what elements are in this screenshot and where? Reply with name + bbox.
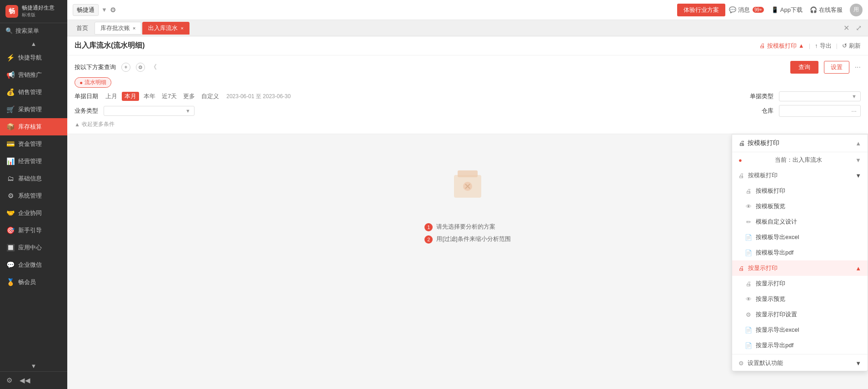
default-settings-section-icon: ⚙ bbox=[738, 360, 744, 367]
marketing-icon: 📢 bbox=[6, 71, 15, 79]
display-section-arrow: ▲ bbox=[855, 265, 861, 272]
tab-bar-expand-icon[interactable]: ⤢ bbox=[853, 24, 864, 32]
default-settings-section-label: 设置默认功能 bbox=[748, 359, 783, 367]
sidebar-item-system[interactable]: ⚙ 系统管理 bbox=[0, 187, 67, 204]
sidebar-item-wecom[interactable]: 💬 企业微信 bbox=[0, 256, 67, 274]
sidebar: 畅 畅捷通好生意 标准版 🔍 搜索菜单 ▲ ⚡ 快捷导航 📢 营销推广 💰 销售… bbox=[0, 0, 67, 389]
tab-batch-account[interactable]: 库存批次账 × bbox=[95, 22, 141, 35]
sidebar-item-base[interactable]: 🗂 基础信息 bbox=[0, 170, 67, 187]
app-download-btn[interactable]: 📱 App下载 bbox=[771, 6, 803, 14]
template-print-item-label: 按模板打印 bbox=[756, 187, 785, 195]
dropdown-panel: 🖨 按模板打印 ▲ ● 当前：出入库流水 ▼ 🖨 按模板打印 bbox=[732, 134, 868, 371]
display-settings-label: 按显示打印设置 bbox=[756, 310, 797, 319]
sidebar-item-finance[interactable]: 💳 资金管理 bbox=[0, 135, 67, 153]
export-label: 导出 bbox=[820, 42, 832, 50]
page-actions: 🖨 按模板打印 ▲ | ↑ 导出 | ↺ 刷新 bbox=[759, 42, 861, 55]
sidebar-item-app-center[interactable]: 🔲 应用中心 bbox=[0, 239, 67, 256]
avatar[interactable]: 用 bbox=[850, 4, 863, 16]
trial-button[interactable]: 体验行业方案 bbox=[677, 4, 725, 16]
username-dropdown-arrow[interactable]: ▼ bbox=[101, 6, 107, 13]
scroll-up-btn[interactable]: ▲ bbox=[0, 39, 67, 49]
filter-collapse-btn[interactable]: 《 bbox=[150, 63, 157, 71]
print-icon: 🖨 bbox=[759, 42, 765, 49]
default-settings-section-header[interactable]: ⚙ 设置默认功能 ▼ bbox=[732, 355, 868, 371]
dropdown-title-text: 按模板打印 bbox=[748, 139, 779, 147]
sidebar-item-guide[interactable]: 🎯 新手引导 bbox=[0, 222, 67, 239]
print-template-btn[interactable]: 🖨 按模板打印 ▲ bbox=[759, 42, 804, 50]
tab-flow-close[interactable]: × bbox=[180, 25, 183, 31]
date-shortcut-7days[interactable]: 近7天 bbox=[160, 92, 179, 101]
sidebar-item-collab[interactable]: 🤝 企业协同 bbox=[0, 204, 67, 222]
sidebar-item-operation[interactable]: 📊 经营管理 bbox=[0, 153, 67, 170]
sidebar-search[interactable]: 🔍 搜索菜单 bbox=[0, 23, 67, 39]
display-preview-item[interactable]: 👁 按显示预览 bbox=[732, 291, 868, 307]
sidebar-item-marketing[interactable]: 📢 营销推广 bbox=[0, 66, 67, 84]
date-shortcut-this-year[interactable]: 本年 bbox=[142, 92, 157, 101]
collapse-more-btn[interactable]: ▲ 收起更多条件 bbox=[75, 120, 861, 128]
tab-bar: 首页 库存批次账 × 出入库流水 × ✕ ⤢ bbox=[67, 20, 868, 36]
warehouse-field[interactable]: ··· bbox=[779, 105, 861, 117]
display-print-section-icon: 🖨 bbox=[738, 265, 744, 272]
export-btn[interactable]: ↑ 导出 bbox=[815, 42, 832, 50]
settings-button[interactable]: 设置 bbox=[824, 61, 849, 74]
filter-settings-btn[interactable]: ⚙ bbox=[136, 63, 145, 72]
display-print-section-header[interactable]: 🖨 按显示打印 ▲ bbox=[732, 260, 868, 276]
template-design-item[interactable]: ✏ 模板自定义设计 bbox=[732, 214, 868, 229]
main-area: 畅捷通 ▼ ⚙ 体验行业方案 💬 消息 99+ 📱 App下载 🎧 在线客服 用 bbox=[67, 0, 868, 389]
customer-service-label: 在线客服 bbox=[819, 6, 843, 14]
sidebar-item-member[interactable]: 🏅 畅会员 bbox=[0, 274, 67, 291]
settings-gear-icon[interactable]: ⚙ bbox=[110, 6, 116, 14]
sidebar-item-label: 快捷导航 bbox=[18, 54, 42, 62]
template-preview-item[interactable]: 👁 按模板预览 bbox=[732, 199, 868, 214]
message-label: 消息 bbox=[738, 6, 750, 14]
refresh-btn[interactable]: ↺ 刷新 bbox=[842, 42, 861, 50]
default-settings-arrow: ▼ bbox=[855, 360, 861, 367]
template-design-label: 模板自定义设计 bbox=[756, 218, 797, 226]
customer-service-btn[interactable]: 🎧 在线客服 bbox=[810, 6, 843, 14]
message-btn[interactable]: 💬 消息 99+ bbox=[729, 6, 764, 14]
template-print-item-icon: 🖨 bbox=[745, 188, 752, 194]
scroll-down-btn[interactable]: ▼ bbox=[0, 361, 67, 371]
dropdown-current-arrow[interactable]: ▼ bbox=[855, 157, 861, 164]
date-shortcut-more[interactable]: 更多 bbox=[181, 92, 197, 101]
tab-flow[interactable]: 出入库流水 × bbox=[142, 22, 189, 35]
member-icon: 🏅 bbox=[6, 278, 15, 286]
active-filter-tag[interactable]: ● 流水明细 bbox=[75, 77, 111, 88]
sidebar-item-label: 经营管理 bbox=[18, 157, 42, 165]
business-type-arrow: ▼ bbox=[185, 108, 190, 114]
sidebar-item-inventory[interactable]: 📦 库存核算 bbox=[0, 118, 67, 135]
page-title: 出入库流水(流水明细) bbox=[75, 41, 145, 55]
page-content: 出入库流水(流水明细) 🖨 按模板打印 ▲ | ↑ 导出 | ↺ 刷新 bbox=[67, 36, 868, 389]
date-shortcut-custom[interactable]: 自定义 bbox=[200, 92, 221, 101]
business-type-field[interactable]: ▼ bbox=[104, 106, 195, 116]
date-shortcut-this-month[interactable]: 本月 bbox=[122, 92, 139, 101]
more-options-icon[interactable]: ··· bbox=[855, 63, 861, 71]
tab-home[interactable]: 首页 bbox=[71, 22, 94, 35]
sidebar-item-quick-nav[interactable]: ⚡ 快捷导航 bbox=[0, 49, 67, 66]
collapse-sidebar-icon[interactable]: ◀◀ bbox=[20, 376, 30, 384]
filter-add-btn[interactable]: + bbox=[121, 63, 130, 72]
template-design-icon: ✏ bbox=[745, 219, 752, 225]
operation-icon: 📊 bbox=[6, 157, 15, 165]
display-export-pdf-item[interactable]: 📄 按显示导出pdf bbox=[732, 338, 868, 353]
dropdown-collapse-btn[interactable]: ▲ bbox=[855, 140, 861, 147]
finance-icon: 💳 bbox=[6, 140, 15, 148]
query-button[interactable]: 查询 bbox=[790, 61, 818, 74]
template-export-pdf-item[interactable]: 📄 按模板导出pdf bbox=[732, 245, 868, 260]
tab-batch-close[interactable]: × bbox=[133, 25, 135, 31]
voucher-type-field[interactable]: ▼ bbox=[779, 91, 861, 101]
dropdown-current-icon: ● bbox=[738, 157, 742, 164]
template-export-excel-item[interactable]: 📄 按模板导出excel bbox=[732, 229, 868, 245]
date-shortcut-last-month[interactable]: 上月 bbox=[104, 92, 119, 101]
display-print-item[interactable]: 🖨 按显示打印 bbox=[732, 276, 868, 291]
template-print-section-header[interactable]: 🖨 按模板打印 ▼ bbox=[732, 168, 868, 183]
warehouse-dots[interactable]: ··· bbox=[851, 107, 857, 115]
settings-bottom-icon[interactable]: ⚙ bbox=[6, 376, 12, 384]
display-print-settings-item[interactable]: ⚙ 按显示打印设置 bbox=[732, 307, 868, 322]
template-print-item[interactable]: 🖨 按模板打印 bbox=[732, 183, 868, 199]
sidebar-item-sales[interactable]: 💰 销售管理 bbox=[0, 84, 67, 101]
sidebar-item-purchase[interactable]: 🛒 采购管理 bbox=[0, 101, 67, 118]
tab-bar-close-icon[interactable]: ✕ bbox=[841, 24, 852, 32]
display-export-excel-item[interactable]: 📄 按显示导出excel bbox=[732, 322, 868, 338]
search-label: 搜索菜单 bbox=[15, 27, 39, 35]
